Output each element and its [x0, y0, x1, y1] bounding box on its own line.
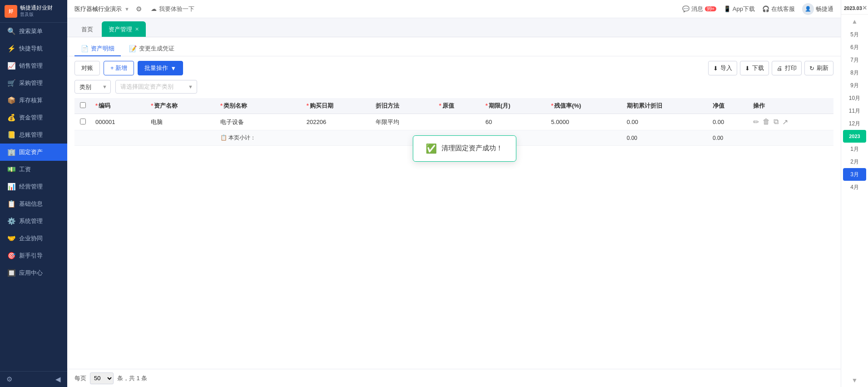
month-item-11[interactable]: 11月 [841, 104, 868, 117]
tabbar: 首页 资产管理 ✕ [67, 18, 841, 37]
subtab-assetlist[interactable]: 📄 资产明细 [74, 42, 121, 56]
row-checkbox-cell [74, 114, 91, 130]
online-service-button[interactable]: 🎧 在线客服 [762, 5, 795, 13]
row-purchase-date: 202206 [302, 114, 372, 130]
sidebar: 好 畅捷通好业财 普及版 🔍 搜索菜单 ⚡ 快捷导航 📈 销售管理 🛒 采购管理… [0, 0, 67, 387]
row-action: ✏ 🗑 ⧉ ↗ [749, 114, 833, 130]
month-item-4[interactable]: 4月 [841, 181, 868, 194]
rs-year-label: 2023.03 [844, 5, 862, 11]
subtab-voucher[interactable]: 📝 变更生成凭证 [123, 42, 181, 56]
month-item-1[interactable]: 1月 [841, 143, 868, 155]
sidebar-item-inventory[interactable]: 📦 库存核算 [0, 92, 67, 109]
tab-assets[interactable]: 资产管理 ✕ [102, 21, 146, 37]
notification-button[interactable]: 💬 消息 99+ [682, 5, 716, 13]
avatar: 👤 [802, 3, 814, 15]
sidebar-item-label: 销售管理 [19, 62, 43, 70]
rs-nav-row: ▲ [850, 15, 859, 28]
subtab-assetlist-label: 资产明细 [91, 45, 114, 53]
duezhang-button[interactable]: 对账 [74, 61, 100, 75]
rs-header: 2023.03 ✕ ⤢ [841, 2, 868, 15]
rs-down-icon[interactable]: ▼ [850, 375, 859, 385]
sidebar-item-appstore[interactable]: 🔲 应用中心 [0, 264, 67, 282]
toast-message: 清理固定资产成功！ [441, 144, 503, 153]
month-item-9[interactable]: 9月 [841, 79, 868, 92]
toolbar: 对账 + 新增 批量操作 ▼ ⬇ 导入 ⬇ 下载 🖨 打 [67, 56, 841, 80]
user-avatar[interactable]: 👤 畅捷通 [802, 3, 833, 15]
sidebar-item-ledger[interactable]: 📒 总账管理 [0, 126, 67, 144]
copy-icon[interactable]: ⧉ [774, 118, 779, 126]
sidebar-item-sales[interactable]: 📈 销售管理 [0, 57, 67, 74]
refresh-button[interactable]: ↻ 刷新 [804, 61, 833, 75]
import-icon: ⬇ [713, 65, 718, 72]
sidebar-item-label: 企业协同 [19, 234, 43, 243]
edit-icon[interactable]: ✏ [753, 118, 759, 126]
fund-icon: 💰 [7, 114, 15, 122]
per-page-select[interactable]: 102050100 [90, 372, 114, 384]
sidebar-item-ops[interactable]: 📊 经营管理 [0, 178, 67, 195]
salary-icon: 💵 [7, 165, 15, 174]
try-experience-button[interactable]: ☁ 我要体验一下 [151, 5, 194, 13]
sidebar-item-label: 资金管理 [19, 114, 43, 122]
asset-category-select[interactable]: 请选择固定资产类别 ▼ [115, 80, 197, 94]
topbar-settings-icon[interactable]: ⚙ [136, 5, 142, 13]
month-item-6[interactable]: 6月 [841, 41, 868, 54]
month-item-5[interactable]: 5月 [841, 28, 868, 41]
select-all-checkbox[interactable] [80, 102, 86, 108]
sidebar-item-guide[interactable]: 🎯 新手引导 [0, 247, 67, 264]
app-title-block: 畅捷通好业财 普及版 [20, 5, 53, 18]
subtotal-initial: 0.00 [622, 130, 708, 146]
row-checkbox[interactable] [80, 119, 86, 124]
sidebar-item-label: 系统管理 [19, 217, 43, 225]
download-button[interactable]: ⬇ 下载 [740, 61, 769, 75]
sidebar-item-label: 固定资产 [19, 148, 43, 156]
sidebar-item-search[interactable]: 🔍 搜索菜单 [0, 23, 67, 40]
guide-icon: 🎯 [7, 252, 15, 260]
row-name: 电脑 [146, 114, 216, 130]
category-select[interactable]: 类别 [74, 80, 111, 94]
sidebar-item-enterprise[interactable]: 🤝 企业协同 [0, 230, 67, 247]
app-download-button[interactable]: 📱 App下载 [724, 5, 755, 13]
sidebar-item-fund[interactable]: 💰 资金管理 [0, 109, 67, 126]
rs-close-icon[interactable]: ✕ [862, 5, 867, 11]
tab-home[interactable]: 首页 [74, 21, 100, 37]
month-item-8[interactable]: 8月 [841, 66, 868, 79]
collapse-icon[interactable]: ◀ [55, 375, 61, 383]
ledger-icon: 📒 [7, 131, 15, 139]
batch-arrow-icon: ▼ [170, 65, 176, 72]
more-icon[interactable]: ↗ [782, 118, 788, 126]
app-name: 畅捷通好业财 [20, 5, 53, 12]
month-item-3-current[interactable]: 3月 [843, 168, 866, 181]
import-button[interactable]: ⬇ 导入 [708, 61, 737, 75]
sidebar-item-quicknav[interactable]: ⚡ 快捷导航 [0, 40, 67, 57]
rs-up-icon[interactable]: ▲ [850, 16, 859, 26]
tab-home-label: 首页 [81, 25, 93, 34]
refresh-icon: ↻ [809, 65, 814, 72]
print-button[interactable]: 🖨 打印 [772, 61, 802, 75]
th-residual-rate: *残值率(%) [546, 98, 622, 114]
row-original-value [434, 114, 481, 130]
month-list: 5月 6月 7月 8月 9月 10月 11月 12月 2023 1月 2月 3月… [841, 28, 868, 373]
month-item-2[interactable]: 2月 [841, 155, 868, 168]
sidebar-item-label: 经营管理 [19, 183, 43, 191]
delete-icon[interactable]: 🗑 [763, 118, 770, 126]
sidebar-item-salary[interactable]: 💵 工资 [0, 161, 67, 178]
company-selector[interactable]: 医疗器械行业演示 ▼ [74, 5, 129, 13]
subtabs: 📄 资产明细 📝 变更生成凭证 [67, 37, 841, 56]
sidebar-item-system[interactable]: ⚙️ 系统管理 [0, 213, 67, 230]
row-category: 电子设备 [216, 114, 302, 130]
search-icon: 🔍 [7, 27, 15, 35]
sidebar-item-basic[interactable]: 📋 基础信息 [0, 195, 67, 213]
month-item-12[interactable]: 12月 [841, 117, 868, 130]
download-icon: ⬇ [745, 65, 750, 72]
sidebar-item-purchase[interactable]: 🛒 采购管理 [0, 74, 67, 92]
tab-close-icon[interactable]: ✕ [135, 26, 139, 32]
month-item-10[interactable]: 10月 [841, 92, 868, 104]
settings-icon[interactable]: ⚙ [6, 375, 12, 383]
month-item-7[interactable]: 7月 [841, 54, 868, 66]
new-button[interactable]: + 新增 [104, 61, 134, 75]
batch-button[interactable]: 批量操作 ▼ [138, 61, 183, 75]
subtotal-icon: 📋 [220, 134, 227, 141]
sidebar-item-label: 快捷导航 [19, 45, 43, 53]
sidebar-item-assets[interactable]: 🏢 固定资产 [0, 144, 67, 161]
row-code: 000001 [91, 114, 146, 130]
